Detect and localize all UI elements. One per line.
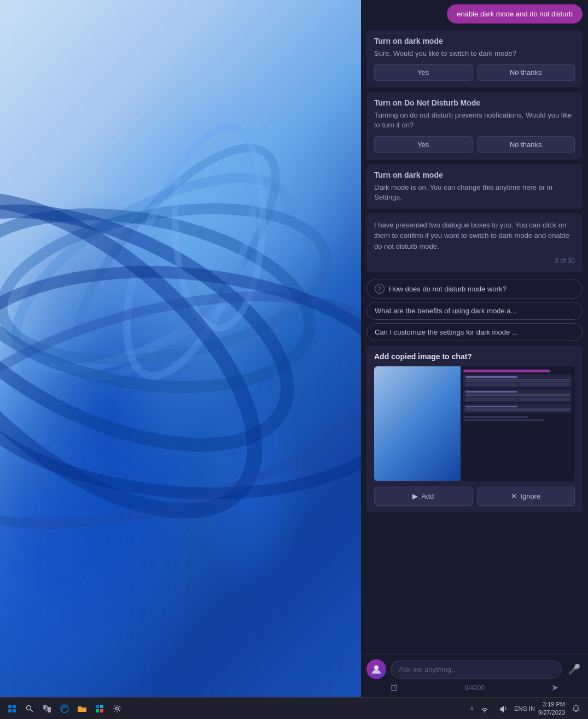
chat-input[interactable] xyxy=(391,660,562,679)
svg-rect-11 xyxy=(8,705,11,708)
svg-rect-14 xyxy=(13,709,16,712)
preview-mini-btn-2a xyxy=(465,398,517,401)
svg-point-25 xyxy=(116,707,119,710)
suggestion-text-1: How does do not disturb mode work? xyxy=(389,285,507,293)
taskbar-left xyxy=(4,701,125,716)
image-preview xyxy=(374,366,575,481)
preview-mini-btn-1b xyxy=(519,383,570,386)
page-indicator: 3 of 30 xyxy=(374,256,575,266)
x-icon: ✕ xyxy=(511,492,517,500)
dnd-no-button[interactable]: No thanks xyxy=(477,136,575,153)
preview-mini-card-1 xyxy=(463,375,572,388)
preview-mini-title-1 xyxy=(465,376,518,378)
image-action-buttons: ▶ Add ✕ Ignore xyxy=(374,487,575,506)
message-text: I have presented two dialogue boxes to y… xyxy=(374,220,575,252)
preview-mini-text-2b xyxy=(465,395,570,396)
ignore-image-button[interactable]: ✕ Ignore xyxy=(477,487,575,506)
taskbar-notification-icon[interactable] xyxy=(568,701,584,716)
avatar-icon xyxy=(366,659,386,679)
dnd-yes-button[interactable]: Yes xyxy=(374,136,473,153)
preview-mini-text-1b xyxy=(465,381,570,382)
dnd-card: Turn on Do Not Disturb Mode Turning on d… xyxy=(366,92,583,159)
dark-mode-card-buttons: Yes No thanks xyxy=(374,64,575,81)
preview-bottom-line-1 xyxy=(463,416,529,418)
svg-rect-18 xyxy=(48,707,51,712)
preview-mini-btn-2b xyxy=(519,398,570,401)
taskbar-chevron-icon[interactable]: ∧ xyxy=(470,705,474,711)
avatar-svg xyxy=(371,664,382,675)
taskbar-start-icon[interactable] xyxy=(4,701,20,716)
suggestion-chips: ? How does do not disturb mode work? Wha… xyxy=(366,279,583,341)
svg-rect-22 xyxy=(100,705,103,708)
taskbar-lang: ENG IN xyxy=(514,705,535,712)
dark-mode-confirmed-card: Turn on dark mode Dark mode is on. You c… xyxy=(366,164,583,209)
preview-mini-text-2a xyxy=(465,394,570,395)
preview-mini-title-2 xyxy=(465,391,518,393)
lang-text: ENG IN xyxy=(514,705,535,712)
suggestion-chip-2[interactable]: What are the benefits of using dark mode… xyxy=(366,302,583,320)
svg-rect-21 xyxy=(96,705,99,708)
dark-mode-card-title: Turn on dark mode xyxy=(374,37,575,45)
time-display: 3:19 PM xyxy=(538,700,565,708)
preview-mini-btns-1 xyxy=(465,383,570,386)
dark-mode-confirmed-body: Dark mode is on. You can change this any… xyxy=(374,183,575,202)
input-row: 🎤 xyxy=(366,659,583,679)
dark-mode-confirmed-title: Turn on dark mode xyxy=(374,171,575,179)
message-bubble: I have presented two dialogue boxes to y… xyxy=(366,213,583,273)
svg-rect-23 xyxy=(96,709,99,712)
play-icon: ▶ xyxy=(412,492,418,500)
screenshot-button[interactable]: ⊡ xyxy=(391,682,398,693)
add-label: Add xyxy=(421,492,434,500)
suggestion-chip-3[interactable]: Can I customize the settings for dark mo… xyxy=(366,323,583,341)
svg-point-10 xyxy=(374,665,379,670)
taskbar-store-icon[interactable] xyxy=(92,701,107,716)
preview-mini-card-2 xyxy=(463,389,572,402)
question-icon: ? xyxy=(375,284,385,294)
input-area: 🎤 ⊡ 0/4000 ➤ xyxy=(361,654,588,697)
send-button[interactable]: ➤ xyxy=(551,682,558,693)
dnd-card-buttons: Yes No thanks xyxy=(374,136,575,153)
svg-point-15 xyxy=(27,705,31,710)
add-image-button[interactable]: ▶ Add xyxy=(374,487,473,506)
chat-area: enable dark mode and do not disturb Turn… xyxy=(361,0,588,654)
image-card: Add copied image to chat? xyxy=(366,346,583,512)
dark-mode-card: Turn on dark mode Sure. Would you like t… xyxy=(366,30,583,87)
dark-mode-no-button[interactable]: No thanks xyxy=(477,64,575,81)
preview-mini-btn-1a xyxy=(465,383,517,386)
taskbar-right: ∧ ENG IN 3:19 PM 9/27/2023 xyxy=(470,700,584,716)
taskbar-network-icon[interactable] xyxy=(477,701,492,716)
date-display: 9/27/2023 xyxy=(538,709,565,716)
preview-mini-card-3 xyxy=(463,404,572,413)
taskbar-volume-icon[interactable] xyxy=(496,701,511,716)
taskbar-search-icon[interactable] xyxy=(22,701,37,716)
preview-purple-bar xyxy=(463,370,550,372)
svg-line-16 xyxy=(31,709,33,712)
suggestion-chip-1[interactable]: ? How does do not disturb mode work? xyxy=(366,279,583,299)
char-count: 0/4000 xyxy=(464,684,485,692)
dnd-card-body: Turning on do not disturb prevents notif… xyxy=(374,110,575,130)
preview-bottom-line-2 xyxy=(463,419,545,421)
swirl-svg xyxy=(0,0,361,697)
input-bottom: ⊡ 0/4000 ➤ xyxy=(366,682,583,693)
preview-wallpaper-thumb xyxy=(374,366,464,481)
suggestion-text-3: Can I customize the settings for dark mo… xyxy=(375,328,518,336)
mic-button[interactable]: 🎤 xyxy=(566,661,583,677)
preview-mini-text-3b xyxy=(465,410,570,411)
dark-mode-yes-button[interactable]: Yes xyxy=(374,64,473,81)
preview-mini-text-3a xyxy=(465,408,570,410)
preview-mini-btns-2 xyxy=(465,398,570,401)
enable-dark-do-not-disturb-button[interactable]: enable dark mode and do not disturb xyxy=(447,4,583,24)
svg-rect-24 xyxy=(100,709,103,712)
taskbar-settings-icon[interactable] xyxy=(109,701,125,716)
preview-mini-title-3 xyxy=(465,406,518,407)
svg-rect-13 xyxy=(8,709,11,712)
main-area: enable dark mode and do not disturb Turn… xyxy=(0,0,588,697)
ignore-label: Ignore xyxy=(520,492,540,500)
dnd-card-title: Turn on Do Not Disturb Mode xyxy=(374,98,575,107)
taskbar: ∧ ENG IN 3:19 PM 9/27/2023 xyxy=(0,697,588,719)
preview-mini-text-1a xyxy=(465,379,570,380)
svg-rect-12 xyxy=(13,705,16,708)
taskbar-explorer-icon[interactable] xyxy=(74,701,90,716)
taskbar-taskview-icon[interactable] xyxy=(39,701,55,716)
taskbar-edge-icon[interactable] xyxy=(57,701,72,716)
